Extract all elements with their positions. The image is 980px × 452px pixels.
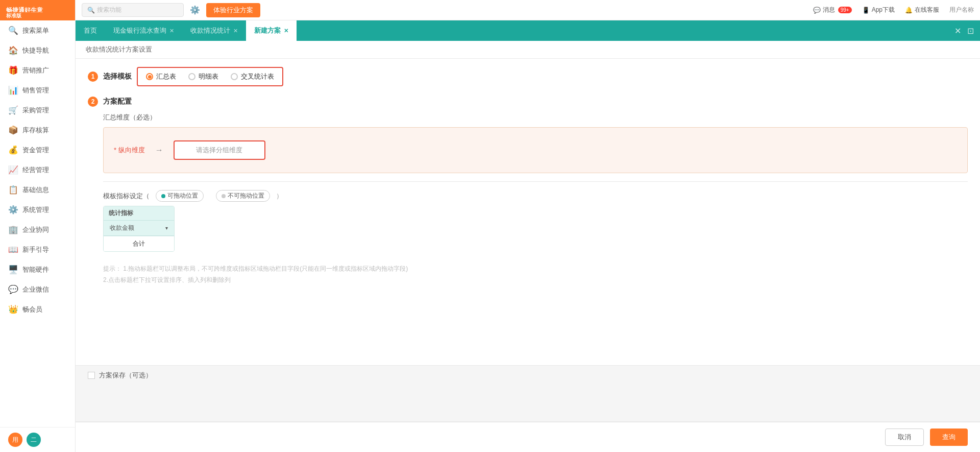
metrics-column-header[interactable]: 收款金额 ▾ [104,221,174,236]
radio-detail-circle [188,73,195,80]
radio-detail[interactable]: 明细表 [188,72,218,81]
trial-button[interactable]: 体验行业方案 [206,3,260,17]
tab-home[interactable]: 首页 [76,20,105,41]
search-icon-topbar: 🔍 [87,7,95,14]
metrics-row-total: 合计 [104,236,174,251]
page-content: 收款情况统计方案设置 1 选择模板 汇总表 明细表 [76,41,980,421]
footer-bar: 取消 查询 [76,421,980,452]
search-box[interactable]: 🔍 搜索功能 [82,3,184,17]
topbar: 🔍 搜索功能 ⚙️ 体验行业方案 💬 消息 99+ 📱 App下载 🔔 在线客服… [76,0,980,20]
search-placeholder: 搜索功能 [97,6,121,14]
step1-section: 1 选择模板 汇总表 明细表 交叉统计表 [88,67,968,86]
step2-header: 2 方案配置 [88,97,968,107]
building-icon: 🏢 [8,225,18,234]
cart-icon: 🛒 [8,105,18,115]
tab-cashflow[interactable]: 现金银行流水查询 ✕ [105,20,182,41]
chart-icon: 📊 [8,85,18,95]
topbar-right: 💬 消息 99+ 📱 App下载 🔔 在线客服 用户名称 [813,6,974,14]
sidebar-item-label: 新手引导 [22,245,49,254]
metrics-hint-close: ） [276,192,283,201]
save-checkbox[interactable] [88,372,95,379]
sidebar-item-basic-info[interactable]: 📋 基础信息 [0,180,75,200]
app-icon: 📱 [862,7,870,14]
settings-icon: ⚙️ [8,205,18,215]
dimension-area: * 纵向维度 → 请选择分组维度 [103,127,968,173]
monitor-icon: 🖥️ [8,265,18,274]
vertical-dimension-label: * 纵向维度 [114,146,145,155]
user-name: 用户名称 [949,6,974,14]
page-title: 收款情况统计方案设置 [86,45,152,53]
message-icon: 💬 [813,7,821,14]
query-button[interactable]: 查询 [930,429,968,446]
tab-cashflow-label: 现金银行流水查询 [113,26,166,35]
app-download-button[interactable]: 📱 App下载 [862,6,895,14]
sidebar-item-label: 快捷导航 [22,46,49,55]
save-option-label: 方案保存（可选） [99,371,152,380]
user-avatar: 用 [8,433,22,447]
sidebar-item-sales[interactable]: 📊 销售管理 [0,80,75,100]
metrics-table: 统计指标 收款金额 ▾ 合计 [103,206,175,252]
chevron-down-icon: ▾ [165,225,168,231]
cancel-button[interactable]: 取消 [885,429,924,446]
messages-label: 消息 [823,6,835,14]
tip-line2: 2.点击标题栏下拉可设置排序、插入列和删除列 [103,275,968,286]
metrics-header: 模板指标设定（ 可拖动位置 不可拖动位置 ） [103,190,968,202]
sidebar-item-purchase[interactable]: 🛒 采购管理 [0,100,75,120]
tab-new-plan-close[interactable]: ✕ [284,28,288,34]
sidebar-item-label: 销售管理 [22,86,49,95]
tab-collection-close[interactable]: ✕ [233,28,238,34]
dimension-select[interactable]: 请选择分组维度 [174,140,265,160]
sidebar-item-finance[interactable]: 💰 资金管理 [0,140,75,160]
gift-icon: 🎁 [8,65,18,75]
metrics-label: 模板指标设定（ [103,192,150,201]
sidebar-item-label: 库存核算 [22,126,49,135]
tab-cashflow-close[interactable]: ✕ [169,28,174,34]
metrics-section-label: 统计指标 [104,206,174,221]
radio-cross[interactable]: 交叉统计表 [231,72,274,81]
close-window-icon[interactable]: ✕ [952,24,963,38]
dimension-select-placeholder: 请选择分组维度 [196,146,242,155]
tab-collection[interactable]: 收款情况统计 ✕ [182,20,246,41]
maximize-icon[interactable]: ⊡ [965,24,976,38]
sidebar: 畅捷通好生意 标准版 🔍 搜索菜单 🏠 快捷导航 🎁 营销推广 📊 销售管理 🛒… [0,0,76,452]
messages-button[interactable]: 💬 消息 99+ [813,6,852,14]
draggable-dot [161,194,165,198]
draggable-label: 可拖动位置 [167,192,198,200]
sidebar-item-label: 资金管理 [22,146,49,155]
tabbar: 首页 现金银行流水查询 ✕ 收款情况统计 ✕ 新建方案 ✕ ✕ ⊡ [76,20,980,41]
arrow-icon: → [155,146,163,155]
sidebar-item-search[interactable]: 🔍 搜索菜单 [0,20,75,40]
sidebar-item-nav[interactable]: 🏠 快捷导航 [0,40,75,60]
sidebar-item-label: 系统管理 [22,205,49,215]
sidebar-item-marketing[interactable]: 🎁 营销推广 [0,60,75,80]
radio-summary[interactable]: 汇总表 [146,72,176,81]
main-area: 🔍 搜索功能 ⚙️ 体验行业方案 💬 消息 99+ 📱 App下载 🔔 在线客服… [76,0,980,452]
sidebar-item-member[interactable]: 👑 畅会员 [0,299,75,319]
sidebar-item-label: 畅会员 [22,305,42,314]
sidebar-item-cooperation[interactable]: 🏢 企业协同 [0,220,75,240]
non-draggable-badge: 不可拖动位置 [216,190,270,202]
metrics-column-label: 收款金额 [110,224,134,232]
tab-new-plan[interactable]: 新建方案 ✕ [246,20,297,41]
sidebar-item-label: 智能硬件 [22,265,49,274]
tip-line1: 提示： 1.拖动标题栏可以调整布局，不可跨维度或指标区域拖动栏目字段(只能在同一… [103,264,968,275]
sidebar-item-guide[interactable]: 📖 新手引导 [0,240,75,259]
logo-badge: 标准版 [6,12,73,19]
gear-icon[interactable]: ⚙️ [190,5,200,15]
sidebar-item-management[interactable]: 📈 经营管理 [0,160,75,180]
sidebar-item-wechat[interactable]: 💬 企业微信 [0,279,75,299]
sidebar-item-label: 企业微信 [22,285,49,294]
online-service-label: 在线客服 [915,6,939,14]
sidebar-item-inventory[interactable]: 📦 库存核算 [0,120,75,140]
radio-cross-circle [231,73,238,80]
step1-number: 1 [88,72,98,82]
tab-home-label: 首页 [84,26,97,35]
step2-number: 2 [88,97,98,107]
second-avatar: 二 [27,433,41,447]
step2-title: 方案配置 [103,97,132,106]
sidebar-item-hardware[interactable]: 🖥️ 智能硬件 [0,259,75,279]
divider [103,181,968,182]
sidebar-item-system[interactable]: ⚙️ 系统管理 [0,200,75,220]
online-service-button[interactable]: 🔔 在线客服 [905,6,939,14]
service-icon: 🔔 [905,7,913,14]
